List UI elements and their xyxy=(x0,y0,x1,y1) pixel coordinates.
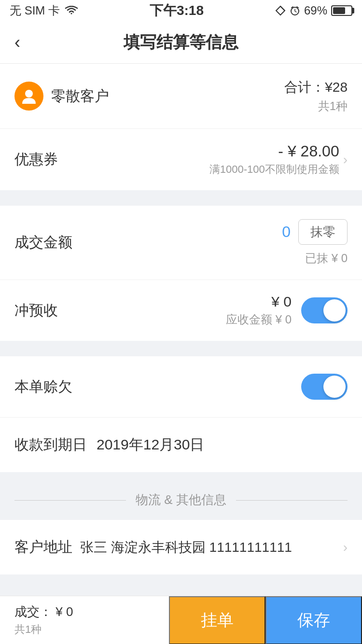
due-date-row: 收款到期日 2019年12月30日 xyxy=(0,418,362,472)
address-chevron: › xyxy=(343,540,348,555)
due-date-label: 收款到期日 xyxy=(14,435,87,455)
customer-count: 共1种 xyxy=(284,98,348,114)
bottom-deal-label: 成交： xyxy=(14,604,52,619)
wifi-icon xyxy=(65,6,78,15)
debt-toggle[interactable] xyxy=(301,374,348,400)
debt-row: 本单赊欠 xyxy=(0,356,362,418)
battery-icon xyxy=(331,5,352,16)
bottom-bar: 成交： ¥ 0 共1种 挂单 保存 xyxy=(0,596,362,644)
bottom-count: 共1种 xyxy=(14,622,154,637)
transaction-section: 成交金额 0 抹零 已抹 ¥ 0 冲预收 ¥ 0 应收金额 ¥ 0 xyxy=(0,206,362,341)
coupon-label: 优惠券 xyxy=(14,150,58,169)
bottom-deal-value: ¥ 0 xyxy=(56,604,73,619)
coupon-right: - ¥ 28.00 满1000-100不限制使用金额 xyxy=(209,142,339,177)
coupon-row[interactable]: 优惠券 - ¥ 28.00 满1000-100不限制使用金额 › xyxy=(0,128,362,190)
battery-percent: 69% xyxy=(304,4,327,17)
no-sim-text: 无 SIM 卡 xyxy=(10,3,60,18)
status-left: 无 SIM 卡 xyxy=(10,3,78,18)
save-button[interactable]: 保存 xyxy=(265,596,362,644)
transaction-label: 成交金额 xyxy=(14,233,72,252)
customer-left: 零散客户 xyxy=(14,82,109,111)
divider-2 xyxy=(0,349,362,356)
customer-total: 合计：¥28 xyxy=(284,78,348,97)
page-title: 填写结算等信息 xyxy=(124,31,238,54)
back-button[interactable]: ‹ xyxy=(14,32,20,53)
person-icon xyxy=(20,87,38,105)
status-bar: 无 SIM 卡 下午3:18 69% xyxy=(0,0,362,21)
bottom-deal-amount: 成交： ¥ 0 xyxy=(14,603,154,620)
bottom-info: 成交： ¥ 0 共1种 xyxy=(0,596,169,644)
debt-toggle-knob xyxy=(323,376,346,398)
transaction-row: 成交金额 0 抹零 已抹 ¥ 0 xyxy=(0,206,362,280)
transaction-sub: 已抹 ¥ 0 xyxy=(305,251,348,266)
transaction-value[interactable]: 0 xyxy=(282,223,291,241)
prepay-label: 冲预收 xyxy=(14,301,58,321)
debt-section: 本单赊欠 收款到期日 2019年12月30日 xyxy=(0,356,362,472)
round-zero-button[interactable]: 抹零 xyxy=(298,219,348,245)
address-label: 客户地址 xyxy=(14,537,72,557)
customer-row: 零散客户 合计：¥28 共1种 xyxy=(0,64,362,128)
alarm-icon xyxy=(290,5,300,16)
coupon-desc: 满1000-100不限制使用金额 xyxy=(209,162,339,177)
coupon-chevron: › xyxy=(343,152,348,168)
prepay-toggle[interactable] xyxy=(301,297,348,323)
address-value: 张三 海淀永丰科技园 11111111111 xyxy=(72,538,343,557)
coupon-discount: - ¥ 28.00 xyxy=(209,142,339,160)
customer-name: 零散客户 xyxy=(51,86,109,106)
status-time: 下午3:18 xyxy=(150,1,204,20)
customer-avatar xyxy=(14,82,43,111)
address-row[interactable]: 客户地址 张三 海淀永丰科技园 11111111111 › xyxy=(0,520,362,574)
customer-section: 零散客户 合计：¥28 共1种 优惠券 - ¥ 28.00 满1000-100不… xyxy=(0,64,362,190)
due-date-value[interactable]: 2019年12月30日 xyxy=(97,435,204,455)
status-right: 69% xyxy=(275,4,352,17)
prepay-toggle-knob xyxy=(323,299,346,322)
logistics-title: 物流 & 其他信息 xyxy=(126,491,236,508)
prepay-amount: ¥ 0 xyxy=(226,294,292,310)
debt-label: 本单赊欠 xyxy=(14,377,72,397)
prepay-row: 冲预收 ¥ 0 应收金额 ¥ 0 xyxy=(0,280,362,341)
address-section: 客户地址 张三 海淀永丰科技园 11111111111 › xyxy=(0,520,362,574)
divider-1 xyxy=(0,198,362,206)
nav-bar: ‹ 填写结算等信息 xyxy=(0,21,362,64)
hold-button[interactable]: 挂单 xyxy=(169,596,265,644)
prepay-sub: 应收金额 ¥ 0 xyxy=(226,312,292,327)
location-icon xyxy=(275,5,286,16)
logistics-header: 物流 & 其他信息 xyxy=(0,480,362,520)
prepay-right: ¥ 0 应收金额 ¥ 0 xyxy=(226,294,292,327)
svg-point-1 xyxy=(25,90,33,98)
customer-right: 合计：¥28 共1种 xyxy=(284,78,348,114)
